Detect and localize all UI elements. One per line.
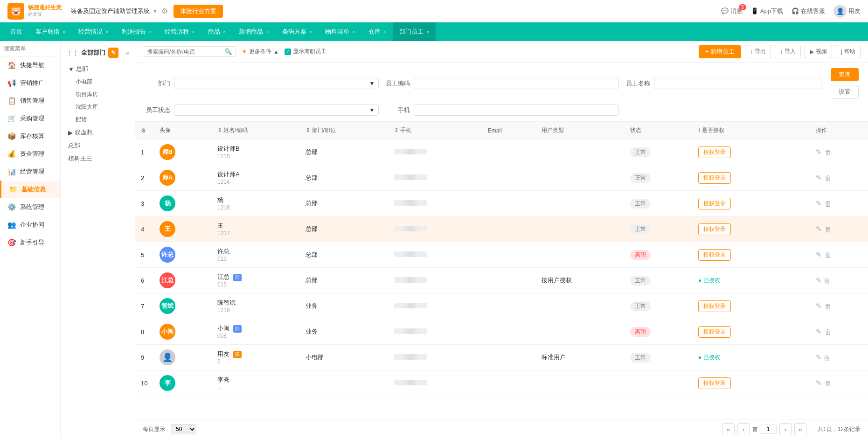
sidebar-item-sales[interactable]: 📋 销售管理 xyxy=(0,92,60,110)
copy-icon[interactable]: ⎘ xyxy=(825,277,829,285)
col-dept[interactable]: ⇕ 部门/职位 xyxy=(300,122,389,139)
app-download-btn[interactable]: 📱 App下载 xyxy=(751,7,783,15)
sidebar-item-inventory[interactable]: 📦 库存核算 xyxy=(0,127,60,145)
dept-node-hq[interactable]: 总部 xyxy=(61,139,135,152)
close-icon[interactable]: × xyxy=(192,29,194,35)
emp-code-input[interactable] xyxy=(414,78,618,89)
dept-node-small-elec[interactable]: 小电部 xyxy=(68,76,135,88)
close-icon[interactable]: × xyxy=(352,29,355,35)
page-number-input[interactable] xyxy=(760,425,777,434)
set-button[interactable]: 设置 xyxy=(831,85,859,99)
edit-icon[interactable]: ✎ xyxy=(816,225,822,233)
auth-login-button[interactable]: 授权登录 xyxy=(698,146,731,158)
tab-bom[interactable]: 物料清单× xyxy=(319,22,361,41)
first-page-button[interactable]: « xyxy=(722,423,735,435)
phone-input[interactable] xyxy=(414,105,618,116)
tab-goods[interactable]: 商品× xyxy=(201,22,232,41)
emp-name-input[interactable] xyxy=(654,78,821,89)
tab-history[interactable]: 经营历程× xyxy=(158,22,201,41)
edit-icon[interactable]: ✎ xyxy=(816,251,822,259)
delete-icon[interactable]: 🗑 xyxy=(825,302,832,310)
sidebar-item-shortcut[interactable]: 🏠 快捷导航 xyxy=(0,56,60,74)
dept-node-plant[interactable]: 植树王三 xyxy=(61,152,135,165)
tab-home[interactable]: 首页 xyxy=(4,22,29,41)
trial-button[interactable]: 体验行业方案 xyxy=(174,5,223,18)
export-button[interactable]: ↑ 导出 xyxy=(745,45,771,58)
auth-login-button[interactable]: 授权登录 xyxy=(698,300,731,312)
edit-icon[interactable]: ✎ xyxy=(816,302,822,310)
dept-node-distribution[interactable]: 配货 xyxy=(68,113,135,126)
user-btn[interactable]: 👤 用友 xyxy=(833,5,861,18)
close-icon[interactable]: × xyxy=(309,29,312,35)
more-conditions-btn[interactable]: ▼ 更多条件 ▲ xyxy=(242,48,279,56)
tab-warehouse[interactable]: 仓库× xyxy=(362,22,393,41)
collapse-icon[interactable]: « xyxy=(126,49,129,56)
add-employee-button[interactable]: + 新增员工 xyxy=(699,45,741,58)
dropdown-arrow-icon[interactable]: ▼ xyxy=(153,8,158,14)
tab-operation[interactable]: 经营情况× xyxy=(72,22,115,41)
edit-icon[interactable]: ✎ xyxy=(816,353,822,362)
dept-node-shenyang[interactable]: 沈阳大库 xyxy=(68,101,135,113)
copy-icon[interactable]: ⎘ xyxy=(825,354,829,362)
close-icon[interactable]: × xyxy=(105,29,108,35)
close-icon[interactable]: × xyxy=(426,29,429,35)
page-size-select[interactable]: 50 100 xyxy=(171,424,196,434)
prev-page-button[interactable]: ‹ xyxy=(737,423,750,435)
edit-icon[interactable]: ✎ xyxy=(816,328,822,336)
close-icon[interactable]: × xyxy=(383,29,386,35)
delete-icon[interactable]: 🗑 xyxy=(825,328,832,336)
dept-node-proj-room[interactable]: 项目库房 xyxy=(68,88,135,101)
search-input[interactable] xyxy=(147,49,222,55)
edit-icon[interactable]: ✎ xyxy=(816,199,822,208)
next-page-button[interactable]: › xyxy=(779,423,792,435)
delete-icon[interactable]: 🗑 xyxy=(825,251,832,259)
dept-edit-icon[interactable]: ✎ xyxy=(108,48,118,58)
search-button[interactable]: 查询 xyxy=(831,68,859,81)
col-settings[interactable]: ⚙ xyxy=(135,122,154,139)
sidebar-item-system[interactable]: ⚙️ 系统管理 xyxy=(0,198,60,216)
close-icon[interactable]: × xyxy=(266,29,269,35)
edit-icon[interactable]: ✎ xyxy=(816,174,822,182)
sidebar-item-basic[interactable]: 📁 基础信息 xyxy=(0,181,60,198)
dept-node-dual[interactable]: ▶ 双虚想 xyxy=(61,126,135,139)
auth-login-button[interactable]: 授权登录 xyxy=(698,249,731,261)
sidebar-item-collab[interactable]: 👥 企业协同 xyxy=(0,216,60,234)
sidebar-search-input[interactable] xyxy=(4,45,61,52)
view-button[interactable]: ▶ 视频 xyxy=(805,45,832,58)
close-icon[interactable]: × xyxy=(223,29,226,35)
delete-icon[interactable]: 🗑 xyxy=(825,148,832,156)
tab-profit[interactable]: 利润报告× xyxy=(115,22,158,41)
auth-login-button[interactable]: 授权登录 xyxy=(698,223,731,235)
close-icon[interactable]: × xyxy=(149,29,152,35)
last-page-button[interactable]: » xyxy=(794,423,806,435)
gear-icon[interactable]: ⚙ xyxy=(161,7,168,15)
service-btn[interactable]: 🎧 在线客服 xyxy=(792,7,825,15)
auth-login-button[interactable]: 授权登录 xyxy=(698,326,731,338)
close-icon[interactable]: × xyxy=(62,29,65,35)
emp-status-select[interactable]: ▼ xyxy=(174,105,379,116)
delete-icon[interactable]: 🗑 xyxy=(825,379,832,387)
col-name[interactable]: ⇕ 姓名/编码 xyxy=(212,122,300,139)
delete-icon[interactable]: 🗑 xyxy=(825,174,832,182)
edit-icon[interactable]: ✎ xyxy=(816,276,822,285)
auth-login-button[interactable]: 授权登录 xyxy=(698,198,731,209)
tab-employees[interactable]: 部门员工× xyxy=(393,22,436,41)
message-btn[interactable]: 💬 消息 5 xyxy=(721,7,743,15)
dept-node-general[interactable]: ▼ 总部 xyxy=(61,63,135,76)
auth-login-button[interactable]: 授权登录 xyxy=(698,172,731,184)
show-resigned-toggle[interactable]: ✓ 显示离职员工 xyxy=(285,48,326,56)
sidebar-item-operation[interactable]: 📊 经营管理 xyxy=(0,163,60,181)
sidebar-item-purchase[interactable]: 🛒 采购管理 xyxy=(0,110,60,127)
edit-icon[interactable]: ✎ xyxy=(816,148,822,156)
auth-login-button[interactable]: 授权登录 xyxy=(698,377,731,389)
help-button[interactable]: | 帮助 xyxy=(836,45,861,58)
tab-barcode[interactable]: 条码方案× xyxy=(276,22,319,41)
delete-icon[interactable]: 🗑 xyxy=(825,200,832,208)
sidebar-item-marketing[interactable]: 📢 营销推广 xyxy=(0,74,60,92)
sidebar-item-finance[interactable]: 💰 资金管理 xyxy=(0,145,60,163)
delete-icon[interactable]: 🗑 xyxy=(825,225,832,233)
dept-select[interactable]: ▼ xyxy=(174,78,379,89)
edit-icon[interactable]: ✎ xyxy=(816,379,822,387)
col-phone[interactable]: ⇕ 手机 xyxy=(389,122,482,139)
tab-add-goods[interactable]: 新增商品× xyxy=(232,22,275,41)
